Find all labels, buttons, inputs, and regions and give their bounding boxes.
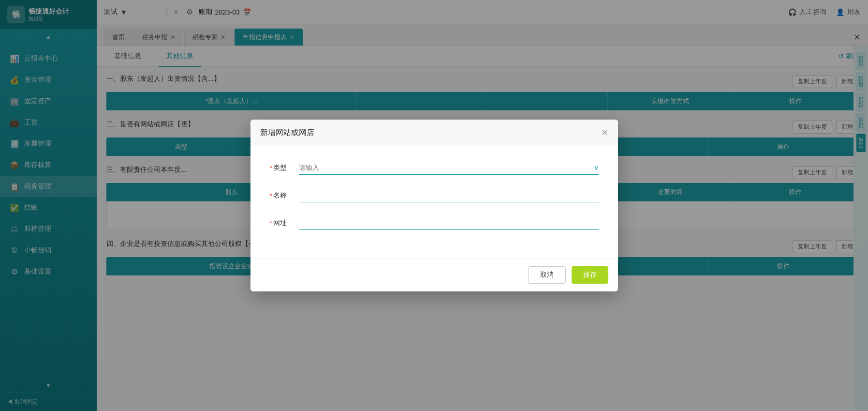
save-button[interactable]: 保存 [572,266,608,284]
url-label: * 网址 [270,219,299,228]
dialog-footer: 取消 保存 [250,258,618,291]
cancel-button[interactable]: 取消 [528,266,566,284]
dialog-close-button[interactable]: ✕ [601,127,608,138]
dialog-header: 新增网站或网店 ✕ [250,120,618,146]
dialog-body: * 类型 ∨ * 名称 * 网址 [250,146,618,258]
form-field-name: * 名称 [270,188,599,202]
dialog-title: 新增网站或网店 [260,128,314,138]
type-input-wrapper: ∨ [299,161,599,175]
type-dropdown-arrow[interactable]: ∨ [594,164,599,171]
form-field-type: * 类型 ∨ [270,161,599,175]
url-input-wrapper [299,216,599,230]
name-input[interactable] [299,191,599,199]
dialog: 新增网站或网店 ✕ * 类型 ∨ * 名称 [250,120,618,291]
type-label: * 类型 [270,164,299,172]
url-input[interactable] [299,219,599,227]
type-input[interactable] [299,164,594,171]
name-label: * 名称 [270,191,299,200]
dialog-overlay[interactable]: 新增网站或网店 ✕ * 类型 ∨ * 名称 [0,0,868,411]
form-field-url: * 网址 [270,216,599,230]
name-input-wrapper [299,188,599,202]
